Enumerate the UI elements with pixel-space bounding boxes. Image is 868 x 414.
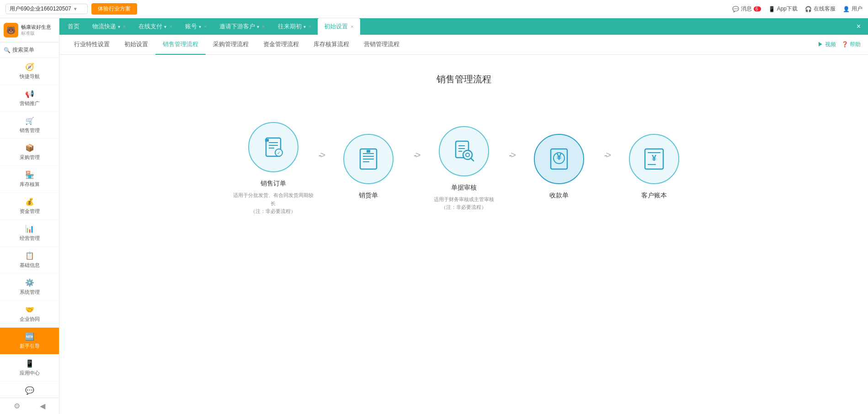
nav-tab-close-period-init[interactable]: × — [309, 24, 311, 29]
top-bar: 用户690企业1660120507 ▼ 体验行业方案 💬 消息 6 📱 App下… — [0, 0, 868, 18]
nav-tab-close-invite[interactable]: × — [262, 24, 265, 29]
flow-arrow-2: ···> — [509, 150, 514, 160]
online-service-label: 在线客服 — [814, 5, 836, 13]
nav-tab-invite[interactable]: 邀请下游客户▾× — [213, 18, 271, 35]
nav-tab-arrow-invite: ▾ — [257, 24, 259, 29]
help-label: 帮助 — [850, 41, 861, 48]
flow-item-receipt[interactable]: ¥ 收款单 — [518, 134, 600, 203]
main-content: 销售管理流程 ✓ 销售订单 适用于分批发货、有合同发货周期较长（注：非必要流程）… — [59, 55, 868, 414]
flow-item-sales-invoice[interactable]: 销货单 — [327, 134, 410, 203]
nav-icon-quick-nav: 🧭 — [25, 63, 34, 71]
search-icon: 🔍 — [4, 47, 11, 53]
app-download-link[interactable]: 📱 App下载 — [768, 5, 798, 13]
nav-label-finance-mgmt: 资金管理 — [20, 208, 40, 215]
sidebar-item-purchase-mgmt[interactable]: 📦采购管理 — [0, 139, 59, 166]
sidebar-item-sys-mgmt[interactable]: ⚙️系统管理 — [0, 274, 59, 301]
nav-icon-purchase-mgmt: 📦 — [25, 143, 34, 152]
flow-arrow-1: ···> — [413, 150, 419, 160]
sidebar-item-basic-info[interactable]: 📋基础信息 — [0, 247, 59, 274]
sidebar-item-inventory[interactable]: 🏪库存核算 — [0, 166, 59, 193]
sub-tab-marketing-flow[interactable]: 营销管理流程 — [357, 35, 407, 55]
nav-icon-basic-info: 📋 — [25, 251, 34, 260]
nav-tab-arrow-period-init: ▾ — [304, 24, 306, 29]
sidebar-item-enterprise-collab[interactable]: 🤝企业协同 — [0, 301, 59, 328]
video-link[interactable]: ▶ 视频 — [818, 41, 836, 48]
flow-chart: ✓ 销售订单 适用于分批发货、有合同发货周期较长（注：非必要流程） ···> 销… — [78, 113, 850, 225]
app-download-label: App下载 — [777, 5, 798, 13]
nav-tabs-close-all[interactable]: × — [851, 22, 866, 31]
sidebar-item-finance-mgmt[interactable]: 💰资金管理 — [0, 193, 59, 220]
nav-tab-label-payment: 在线支付 — [138, 22, 162, 31]
sub-tab-industry-settings[interactable]: 行业特性设置 — [67, 35, 117, 55]
logo-title: 畅康诶好生意 — [21, 24, 51, 30]
nav-tab-logistics[interactable]: 物流快递▾× — [86, 18, 132, 35]
nav-icon-sys-mgmt: ⚙️ — [25, 278, 34, 287]
nav-label-marketing-promo: 营销推广 — [20, 100, 40, 107]
nav-tab-payment[interactable]: 在线支付▾× — [132, 18, 178, 35]
user-selector[interactable]: 用户690企业1660120507 ▼ — [5, 4, 88, 14]
message-link[interactable]: 💬 消息 6 — [732, 5, 761, 13]
content-area: 首页物流快递▾×在线支付▾×账号▾×邀请下游客户▾×往来期初▾×初始设置×× 行… — [59, 18, 868, 414]
settings-icon[interactable]: ⚙ — [14, 402, 20, 410]
nav-tab-close-payment[interactable]: × — [169, 24, 172, 29]
flow-desc-doc-review: 适用于财务审核或主管审核（注：非必要流程） — [434, 196, 494, 212]
sidebar-nav: 🧭快捷导航📢营销推广🛒销售管理📦采购管理🏪库存核算💰资金管理📊经营管理📋基础信息… — [0, 58, 59, 398]
trial-button[interactable]: 体验行业方案 — [91, 3, 137, 15]
top-bar-right: 💬 消息 6 📱 App下载 🎧 在线客服 👤 用户 — [732, 5, 863, 13]
online-service-link[interactable]: 🎧 在线客服 — [805, 5, 836, 13]
download-icon: 📱 — [768, 6, 775, 12]
sidebar-item-sales-mgmt[interactable]: 🛒销售管理 — [0, 112, 59, 139]
message-label: 消息 — [741, 5, 752, 13]
svg-rect-4 — [265, 139, 269, 142]
nav-tab-close-logistics[interactable]: × — [123, 24, 126, 29]
nav-label-ops-mgmt: 经营管理 — [20, 235, 40, 242]
sub-tab-init-settings[interactable]: 初始设置 — [117, 35, 155, 55]
nav-label-quick-nav: 快捷导航 — [20, 73, 40, 80]
flow-item-customer-account[interactable]: ¥ 客户账本 — [613, 134, 695, 203]
sub-tab-sales-flow[interactable]: 销售管理流程 — [155, 35, 206, 55]
sidebar-item-enterprise-wechat[interactable]: 💬企业微信 — [0, 382, 59, 398]
user-profile-link[interactable]: 👤 用户 — [843, 5, 863, 13]
collapse-icon[interactable]: ◀ — [40, 402, 45, 410]
nav-tab-init-setup[interactable]: 初始设置× — [318, 18, 360, 35]
nav-label-enterprise-collab: 企业协同 — [20, 316, 40, 323]
sub-tab-purchase-flow[interactable]: 采购管理流程 — [206, 35, 256, 55]
sidebar-item-ops-mgmt[interactable]: 📊经营管理 — [0, 220, 59, 247]
nav-tab-period-init[interactable]: 往来期初▾× — [272, 18, 318, 35]
nav-tab-close-account[interactable]: × — [204, 24, 207, 29]
svg-text:✓: ✓ — [277, 150, 281, 155]
sub-tab-finance-flow[interactable]: 资金管理流程 — [256, 35, 306, 55]
nav-tab-close-init-setup[interactable]: × — [351, 24, 353, 29]
flow-item-doc-review[interactable]: 单据审核 适用于财务审核或主管审核（注：非必要流程） — [423, 126, 505, 212]
logo-text-block: 畅康诶好生意 标准版 — [21, 24, 51, 37]
flow-circle-receipt: ¥ — [534, 134, 584, 184]
logo-subtitle: 标准版 — [21, 30, 51, 37]
sidebar-item-new-guide[interactable]: 🆕新手引导 — [0, 328, 59, 355]
sub-tab-inventory-flow[interactable]: 库存核算流程 — [306, 35, 357, 55]
sub-tabs: 行业特性设置初始设置销售管理流程采购管理流程资金管理流程库存核算流程营销管理流程… — [59, 35, 868, 55]
sub-tabs-right: ▶ 视频 ❓ 帮助 — [818, 41, 861, 48]
nav-tab-arrow-account: ▾ — [199, 24, 201, 29]
flow-item-sales-order[interactable]: ✓ 销售订单 适用于分批发货、有合同发货周期较长（注：非必要流程） — [232, 122, 314, 216]
message-icon: 💬 — [732, 6, 739, 12]
logo-icon: 🐻 — [4, 23, 18, 37]
nav-tab-home[interactable]: 首页 — [61, 18, 86, 35]
sidebar-item-quick-nav[interactable]: 🧭快捷导航 — [0, 58, 59, 85]
nav-tab-label-invite: 邀请下游客户 — [219, 22, 255, 31]
sidebar-item-app-center[interactable]: 📱应用中心 — [0, 355, 59, 382]
nav-icon-enterprise-collab: 🤝 — [25, 305, 34, 314]
nav-icon-ops-mgmt: 📊 — [25, 224, 34, 233]
flow-circle-doc-review — [439, 126, 489, 176]
nav-tab-account[interactable]: 账号▾× — [179, 18, 213, 35]
user-selector-arrow: ▼ — [73, 6, 78, 11]
sidebar-item-marketing-promo[interactable]: 📢营销推广 — [0, 85, 59, 112]
nav-tab-label-home: 首页 — [68, 22, 80, 31]
page-title: 销售管理流程 — [78, 73, 850, 85]
flow-desc-sales-order: 适用于分批发货、有合同发货周期较长（注：非必要流程） — [232, 191, 314, 216]
play-icon: ▶ — [818, 41, 823, 48]
sidebar-search[interactable]: 🔍 搜索菜单 — [0, 42, 59, 58]
nav-label-new-guide: 新手引导 — [20, 343, 40, 350]
nav-label-app-center: 应用中心 — [20, 370, 40, 377]
help-link[interactable]: ❓ 帮助 — [841, 41, 861, 48]
help-icon: ❓ — [841, 41, 848, 48]
